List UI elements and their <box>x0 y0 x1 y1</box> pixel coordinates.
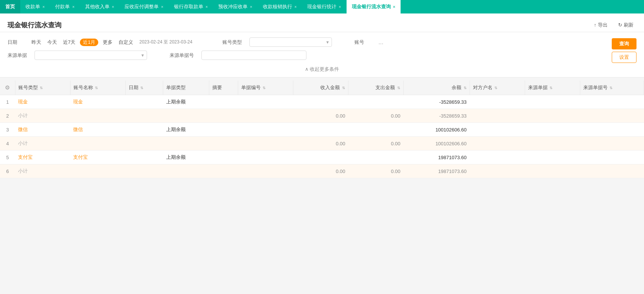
filter-area: 日期 昨天 今天 近7天 近1月 更多 自定义 2023-02-24 至 202… <box>0 32 644 78</box>
date-yesterday[interactable]: 昨天 <box>30 38 43 46</box>
date-shortcuts: 昨天 今天 近7天 近1月 更多 自定义 2023-02-24 至 2023-0… <box>30 38 192 46</box>
col-expense[interactable]: 支出金额 ⇅ <box>348 81 403 95</box>
nav-other-income-close[interactable]: × <box>112 4 114 9</box>
nav-flow-query[interactable]: 现金银行流水查询 × <box>347 0 401 13</box>
query-button[interactable]: 查询 <box>612 38 636 49</box>
col-expense-sort-icon: ⇅ <box>397 86 400 90</box>
date-custom[interactable]: 自定义 <box>117 38 135 46</box>
account-dots-button[interactable]: ... <box>377 39 385 46</box>
date-7days[interactable]: 近7天 <box>62 38 77 46</box>
col-source-doc-sort-icon: ⇅ <box>549 86 552 90</box>
cell-balance: -3528659.33 <box>404 109 470 123</box>
col-source-doc-no[interactable]: 来源单据号 ⇅ <box>580 81 644 95</box>
source-doc-select[interactable] <box>35 51 147 60</box>
cell-counterpart <box>470 123 525 137</box>
cell-income <box>293 95 348 109</box>
cell-balance: -3528659.33 <box>404 95 470 109</box>
col-date[interactable]: 日期 ⇅ <box>125 81 163 95</box>
nav-other-income[interactable]: 其他收入单 × <box>80 0 119 13</box>
col-date-sort-icon: ⇅ <box>140 86 143 90</box>
col-source-doc-label: 来源单据 <box>528 85 548 90</box>
account-type-label: 账号类型 <box>222 39 242 46</box>
cell-expense: 0.00 <box>348 137 403 151</box>
col-account-type-label: 账号类型 <box>18 85 38 90</box>
collapse-bar[interactable]: ∧ 收起更多条件 <box>8 64 636 73</box>
nav-payments[interactable]: 付款单 × <box>50 0 80 13</box>
cell-counterpart <box>470 95 525 109</box>
date-more[interactable]: 更多 <box>101 38 114 46</box>
cell-income <box>293 123 348 137</box>
cell-date <box>125 95 163 109</box>
refresh-button[interactable]: ↻ 刷新 <box>615 20 636 30</box>
source-doc-no-label: 来源单据号 <box>170 52 194 59</box>
nav-receipts-close[interactable]: × <box>42 4 45 9</box>
table-row: 6小计0.000.0019871073.60 <box>0 164 644 178</box>
nav-prepay-close[interactable]: × <box>250 4 252 9</box>
nav-home[interactable]: 首页 <box>0 0 20 13</box>
cell-date <box>125 164 163 178</box>
nav-bank-deposit[interactable]: 银行存取款单 × <box>169 0 213 13</box>
cell-balance: 100102606.60 <box>404 137 470 151</box>
cell-summary <box>209 164 238 178</box>
cell-doc-type <box>163 109 209 123</box>
cell-account-name <box>70 164 125 178</box>
cell-income: 0.00 <box>293 109 348 123</box>
nav-adjustment[interactable]: 应收应付调整单 × <box>119 0 168 13</box>
cell-account-type: 小计 <box>15 137 70 151</box>
export-label: 导出 <box>598 22 608 28</box>
cell-doc-type: 上期余额 <box>163 95 209 109</box>
source-doc-no-input[interactable] <box>201 51 306 60</box>
col-account-name[interactable]: 账号名称 ⇅ <box>70 81 125 95</box>
nav-receipts[interactable]: 收款单 × <box>20 0 50 13</box>
export-button[interactable]: ↑ 导出 <box>591 20 611 30</box>
date-1month[interactable]: 近1月 <box>80 39 98 46</box>
account-type-select[interactable] <box>249 37 332 47</box>
cell-account-name: 支付宝 <box>70 151 125 164</box>
cell-account-name <box>70 109 125 123</box>
nav-flow-query-close[interactable]: × <box>393 4 395 9</box>
nav-verify-close[interactable]: × <box>294 4 297 9</box>
filter-row-2: 来源单据 ▾ 来源单据号 <box>8 51 604 60</box>
cell-expense <box>348 95 403 109</box>
col-counterpart[interactable]: 对方户名 ⇅ <box>470 81 525 95</box>
col-income-sort-icon: ⇅ <box>342 86 345 90</box>
nav-payments-close[interactable]: × <box>72 4 74 9</box>
col-income[interactable]: 收入金额 ⇅ <box>293 81 348 95</box>
cell-doc-no <box>238 151 293 164</box>
nav-adjustment-label: 应收应付调整单 <box>125 3 159 10</box>
settings-button[interactable]: 设置 <box>612 52 636 63</box>
cell-income: 0.00 <box>293 164 348 178</box>
nav-verify-label: 收款核销执行 <box>263 3 292 10</box>
account-label: 账号 <box>354 39 369 46</box>
collapse-icon: ∧ <box>305 66 309 72</box>
nav-prepay[interactable]: 预收冲应收单 × <box>213 0 257 13</box>
col-account-name-label: 账号名称 <box>74 85 93 90</box>
cell-source-doc <box>525 109 580 123</box>
col-balance[interactable]: 余额 ⇅ <box>404 81 470 95</box>
col-doc-no[interactable]: 单据编号 ⇅ <box>238 81 293 95</box>
cell-doc-type: 上期余额 <box>163 151 209 164</box>
nav-adjustment-close[interactable]: × <box>161 4 163 9</box>
table-row: 5支付宝支付宝上期余额19871073.60 <box>0 151 644 164</box>
nav-stats[interactable]: 现金银行统计 × <box>302 0 346 13</box>
col-account-type-sort-icon: ⇅ <box>40 86 43 90</box>
cell-account-name: 微信 <box>70 123 125 137</box>
cell-summary <box>209 109 238 123</box>
cell-summary <box>209 137 238 151</box>
nav-verify[interactable]: 收款核销执行 × <box>258 0 302 13</box>
cell-counterpart <box>470 151 525 164</box>
col-account-type[interactable]: 账号类型 ⇅ <box>15 81 70 95</box>
cell-expense: 0.00 <box>348 164 403 178</box>
col-doc-no-sort-icon: ⇅ <box>263 86 266 90</box>
nav-stats-close[interactable]: × <box>339 4 341 9</box>
cell-date <box>125 151 163 164</box>
col-source-doc[interactable]: 来源单据 ⇅ <box>525 81 580 95</box>
table-row: 2小计0.000.00-3528659.33 <box>0 109 644 123</box>
col-gear-header[interactable]: ⚙ <box>0 81 15 95</box>
topnav: 首页 收款单 × 付款单 × 其他收入单 × 应收应付调整单 × 银行存取款单 … <box>0 0 644 13</box>
date-today[interactable]: 今天 <box>46 38 59 46</box>
cell-doc-type <box>163 137 209 151</box>
cell-source-doc-no <box>580 137 644 151</box>
nav-stats-label: 现金银行统计 <box>307 3 336 10</box>
nav-bank-deposit-close[interactable]: × <box>206 4 208 9</box>
